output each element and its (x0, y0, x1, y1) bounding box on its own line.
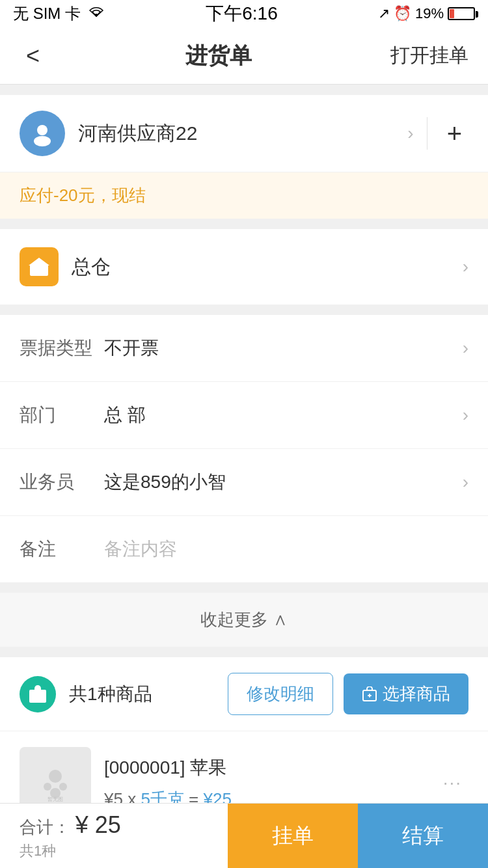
collapse-bar[interactable]: 收起更多 ∧ (0, 593, 488, 647)
sales-value: 这是859的小智 (104, 470, 463, 495)
back-button[interactable]: < (20, 36, 46, 76)
chevron-right-icon: › (463, 256, 468, 277)
total-sub: 共1种 (20, 841, 208, 861)
warehouse-row[interactable]: 总仓 › (0, 229, 488, 305)
svg-point-1 (34, 136, 51, 146)
page-title: 进货单 (185, 41, 252, 71)
total-line: 合计： ¥ 25 (20, 811, 208, 839)
settle-label: 结算 (402, 822, 444, 850)
chevron-right-icon: › (463, 405, 468, 426)
modify-detail-button[interactable]: 修改明细 (228, 673, 333, 715)
remark-value[interactable]: 备注内容 (104, 537, 468, 562)
collapse-text: 收起更多 ∧ (200, 610, 287, 629)
svg-point-0 (37, 125, 47, 135)
supplier-avatar (20, 111, 65, 156)
hang-label: 挂单 (272, 822, 314, 850)
battery-icon (448, 7, 475, 20)
add-button[interactable]: + (441, 119, 468, 148)
wifi-icon (87, 5, 105, 23)
product-title: 苹果 (190, 757, 226, 778)
department-value: 总 部 (104, 403, 463, 427)
svg-text:暂无图: 暂无图 (47, 796, 63, 802)
warehouse-name: 总仓 (72, 254, 463, 280)
svg-rect-2 (30, 264, 48, 276)
supplier-row[interactable]: 河南供应商22 › + (0, 95, 488, 172)
divider (427, 117, 427, 150)
invoice-row[interactable]: 票据类型 不开票 › (0, 315, 488, 382)
sales-row[interactable]: 业务员 这是859的小智 › (0, 449, 488, 516)
supplier-name: 河南供应商22 (78, 120, 407, 147)
nav-bar: < 进货单 打开挂单 (0, 27, 488, 85)
product-count: 共1种商品 (69, 682, 228, 707)
department-label: 部门 (20, 403, 104, 427)
department-row[interactable]: 部门 总 部 › (0, 382, 488, 449)
hang-button[interactable]: 挂单 (228, 804, 358, 869)
remark-row[interactable]: 备注 备注内容 (0, 516, 488, 582)
main-content: 河南供应商22 › + 应付-20元，现结 总仓 › 票据类型 不开票 › 部门 (0, 95, 488, 868)
supplier-card: 河南供应商22 › + 应付-20元，现结 (0, 95, 488, 219)
select-product-button[interactable]: 选择商品 (344, 673, 468, 714)
form-card: 票据类型 不开票 › 部门 总 部 › 业务员 这是859的小智 › 备注 备注… (0, 315, 488, 582)
svg-rect-3 (29, 690, 46, 703)
total-label: 合计： (20, 817, 70, 837)
svg-point-5 (49, 770, 62, 783)
more-options-button[interactable]: ··· (437, 766, 468, 800)
footer: 合计： ¥ 25 共1种 挂单 结算 (0, 803, 488, 868)
invoice-value: 不开票 (104, 336, 463, 360)
product-header-icon (20, 676, 56, 712)
select-product-label: 选择商品 (383, 683, 450, 705)
svg-point-6 (44, 783, 51, 791)
chevron-right-icon: › (407, 123, 413, 144)
sales-label: 业务员 (20, 470, 104, 495)
total-amount: ¥ 25 (75, 811, 121, 838)
notice-text: 应付-20元，现结 (20, 185, 146, 205)
carrier-text: 无 SIM 卡 (13, 3, 81, 24)
status-time: 下午6:16 (206, 1, 278, 26)
product-code: [0000001] (104, 757, 185, 778)
location-icon: ↗ (378, 5, 390, 22)
product-name: [0000001] 苹果 (104, 755, 424, 780)
chevron-right-icon: › (463, 472, 468, 493)
settle-button[interactable]: 结算 (358, 804, 488, 869)
chevron-right-icon: › (463, 338, 468, 359)
footer-total: 合计： ¥ 25 共1种 (0, 811, 228, 861)
status-right: ↗ ⏰ 19% (378, 5, 475, 22)
invoice-label: 票据类型 (20, 336, 104, 360)
status-bar: 无 SIM 卡 下午6:16 ↗ ⏰ 19% (0, 0, 488, 27)
warehouse-icon (20, 247, 59, 286)
open-pending-button[interactable]: 打开挂单 (390, 42, 468, 69)
battery-text: 19% (415, 5, 444, 22)
remark-label: 备注 (20, 537, 104, 562)
svg-point-7 (59, 783, 67, 791)
warehouse-card: 总仓 › (0, 229, 488, 305)
status-left: 无 SIM 卡 (13, 3, 105, 24)
alarm-icon: ⏰ (394, 5, 411, 22)
product-header: 共1种商品 修改明细 选择商品 (0, 657, 488, 731)
product-info: [0000001] 苹果 ¥5 x 5千克 = ¥25 (104, 755, 424, 811)
notice-bar: 应付-20元，现结 (0, 172, 488, 219)
